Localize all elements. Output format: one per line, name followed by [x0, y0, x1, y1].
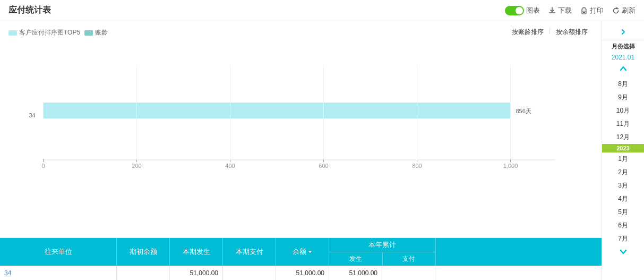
sidebar-month-2[interactable]: 2月	[602, 166, 644, 179]
svg-text:200: 200	[132, 163, 141, 169]
chevron-up-icon	[618, 63, 629, 74]
print-label: 打印	[590, 6, 604, 15]
refresh-icon	[612, 7, 620, 14]
download-button[interactable]: 下载	[548, 6, 572, 15]
legend-item-age: 账龄	[84, 28, 108, 37]
refresh-label: 刷新	[622, 6, 636, 15]
bar-label-34: 856天	[516, 108, 531, 114]
download-label: 下载	[558, 6, 572, 15]
svg-text:400: 400	[225, 163, 235, 169]
th-ytd-occur: 发生	[329, 252, 383, 266]
legend-label-top5: 客户应付排序图TOP5	[19, 28, 80, 37]
chart-body: 34 856天 0	[8, 43, 593, 202]
sidebar-month-12[interactable]: 12月	[602, 131, 644, 144]
td-unit: 34	[0, 266, 117, 280]
sidebar-down-arrow[interactable]	[602, 245, 644, 261]
sidebar-section-title: 月份选择	[602, 40, 644, 53]
chart-section: 客户应付排序图TOP5 账龄 按账龄排序 | 按余额排序	[0, 21, 602, 237]
legend-color-top5	[8, 30, 17, 36]
th-ytd-group: 本年累计 发生 支付	[329, 238, 436, 266]
unit-link[interactable]: 34	[4, 269, 11, 277]
td-current-occur: 51,000.00	[170, 266, 223, 280]
sidebar-month-9[interactable]: 9月	[602, 91, 644, 104]
chevron-down-icon	[618, 247, 629, 257]
td-ytd-pay	[382, 266, 435, 280]
chart-toggle-label: 图表	[526, 6, 540, 15]
refresh-button[interactable]: 刷新	[612, 6, 636, 15]
chart-sort-buttons: 按账龄排序 | 按余额排序	[506, 27, 593, 39]
content-area: 客户应付排序图TOP5 账龄 按账龄排序 | 按余额排序	[0, 21, 644, 280]
th-opening: 期初余额	[117, 238, 170, 266]
main-panel: 客户应付排序图TOP5 账龄 按账龄排序 | 按余额排序	[0, 21, 602, 280]
svg-text:600: 600	[319, 163, 328, 169]
th-current-occur: 本期发生	[170, 238, 223, 266]
sidebar-month-5[interactable]: 5月	[602, 206, 644, 219]
td-balance: 51,000.00	[276, 266, 329, 280]
th-ytd-sub-row: 发生 支付	[329, 252, 435, 266]
chevron-right-icon	[619, 28, 628, 36]
th-balance: 余额	[276, 238, 329, 266]
sidebar-month-1[interactable]: 1月	[602, 152, 644, 166]
page-header: 应付统计表 图表 下载 打印	[0, 0, 644, 21]
legend-label-age: 账龄	[95, 28, 108, 37]
svg-text:1,000: 1,000	[503, 163, 518, 169]
th-unit: 往来单位	[0, 238, 117, 266]
sort-by-age-button[interactable]: 按账龄排序	[506, 27, 549, 39]
td-current-pay	[223, 266, 276, 280]
sidebar-month-4[interactable]: 4月	[602, 192, 644, 206]
td-ytd-occur: 51,000.00	[329, 266, 382, 280]
chart-toggle-switch[interactable]	[505, 6, 524, 15]
table-header-main: 往来单位 期初余额 本期发生 本期支付 余额	[0, 238, 602, 266]
bar-34	[44, 103, 511, 118]
sidebar-month-11[interactable]: 11月	[602, 117, 644, 131]
legend-color-age	[84, 30, 93, 36]
sidebar-month-3[interactable]: 3月	[602, 179, 644, 192]
svg-text:0: 0	[41, 163, 45, 169]
sidebar-month-8[interactable]: 8月	[602, 78, 644, 91]
th-current-pay: 本期支付	[223, 238, 276, 266]
sidebar-month-7[interactable]: 7月	[602, 232, 644, 245]
bar-chart: 34 856天 0	[8, 43, 593, 192]
th-ytd-pay: 支付	[383, 252, 436, 266]
chart-header: 客户应付排序图TOP5 账龄 按账龄排序 | 按余额排序	[8, 27, 593, 39]
page-title: 应付统计表	[8, 5, 51, 16]
legend-item-top5: 客户应付排序图TOP5	[8, 28, 80, 37]
sidebar-year-marker: 2023	[602, 144, 644, 152]
balance-sort-icon	[307, 249, 313, 254]
sidebar-up-arrow[interactable]	[602, 62, 644, 78]
sidebar-month-6[interactable]: 6月	[602, 219, 644, 232]
sidebar-month-10[interactable]: 10月	[602, 104, 644, 117]
svg-text:800: 800	[412, 163, 422, 169]
table-section: 往来单位 期初余额 本期发生 本期支付 余额	[0, 237, 602, 280]
th-ytd-label: 本年累计	[329, 238, 435, 252]
print-button[interactable]: 打印	[580, 6, 604, 15]
svg-rect-1	[583, 12, 585, 13]
chart-toggle-group[interactable]: 图表	[505, 6, 540, 15]
chart-legend: 客户应付排序图TOP5 账龄	[8, 28, 108, 37]
download-icon	[548, 7, 556, 14]
print-icon	[580, 7, 588, 14]
table-row: 34 51,000.00 51,000.00 51,000.00	[0, 266, 602, 280]
td-opening	[117, 266, 170, 280]
sidebar-collapse-btn[interactable]	[602, 26, 644, 40]
sort-by-balance-button[interactable]: 按余额排序	[551, 27, 593, 39]
sidebar-year-value[interactable]: 2021.01	[602, 53, 644, 62]
right-sidebar: 月份选择 2021.01 8月 9月 10月 11月 12月 2023 1月 2…	[602, 21, 644, 280]
header-actions: 图表 下载 打印	[505, 6, 636, 15]
svg-text:34: 34	[29, 112, 35, 118]
